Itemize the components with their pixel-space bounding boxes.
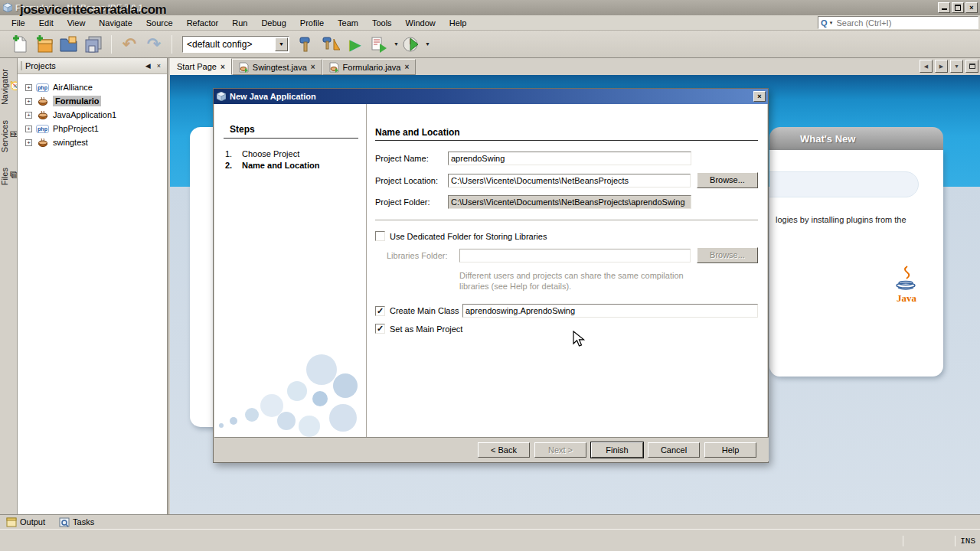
new-file-button[interactable] — [9, 34, 31, 55]
set-main-project-label: Set as Main Project — [390, 324, 462, 334]
new-project-button[interactable] — [34, 34, 55, 55]
menu-team[interactable]: Team — [331, 17, 365, 29]
tab-list-button[interactable]: ▼ — [950, 60, 963, 73]
run-button[interactable]: ▶ — [345, 34, 366, 55]
menu-profile[interactable]: Profile — [293, 17, 331, 29]
profile-icon — [402, 35, 420, 54]
menu-source[interactable]: Source — [139, 17, 180, 29]
cancel-button[interactable]: Cancel — [648, 442, 700, 458]
menu-edit[interactable]: Edit — [32, 17, 60, 29]
search-dropdown-icon[interactable]: ▼ — [829, 21, 834, 25]
plugin-text: logies by installing plugins from the — [776, 215, 906, 224]
close-tab-icon[interactable]: × — [404, 63, 409, 71]
open-project-button[interactable] — [58, 34, 80, 55]
expand-icon[interactable]: + — [25, 84, 32, 91]
output-tab[interactable]: Output — [6, 517, 45, 527]
tree-row-javaapplication1[interactable]: + JavaApplication1 — [18, 108, 167, 122]
menu-debug[interactable]: Debug — [254, 17, 292, 29]
menu-window[interactable]: Window — [399, 17, 443, 29]
projects-tree: + php AirAlliance + Formulario + JavaApp… — [18, 74, 167, 149]
libraries-hint-text: Different users and projects can share t… — [459, 270, 712, 292]
expand-icon[interactable]: + — [25, 112, 32, 119]
new-java-application-dialog: New Java Application × Steps 1. Choose P… — [213, 88, 769, 463]
expand-icon[interactable]: + — [25, 126, 32, 132]
editor-tab-bar: Start Page × Swingtest.java × Formulario… — [170, 58, 980, 75]
save-all-button[interactable] — [83, 34, 104, 55]
dialog-titlebar[interactable]: New Java Application — [214, 89, 768, 104]
close-panel-icon[interactable]: × — [154, 62, 164, 70]
create-main-class-checkbox[interactable]: ✓ — [375, 306, 385, 316]
tree-row-airalliance[interactable]: + php AirAlliance — [18, 80, 167, 94]
whats-new-pill — [769, 171, 919, 197]
dock-tab-services[interactable]: Services 🗄 — [0, 116, 18, 157]
tab-formulario-java[interactable]: Formulario.java × — [322, 59, 416, 75]
files-tab-label: Files — [0, 168, 9, 185]
libraries-folder-label: Libraries Folder: — [387, 251, 459, 260]
open-project-icon — [60, 36, 78, 53]
tasks-tab[interactable]: Tasks — [59, 517, 94, 527]
tab-swingtest-java[interactable]: Swingtest.java × — [232, 59, 322, 75]
debug-icon — [371, 36, 389, 53]
close-tab-icon[interactable]: × — [220, 63, 225, 71]
menu-run[interactable]: Run — [225, 17, 254, 29]
tree-row-swingtest[interactable]: + swingtest — [18, 135, 167, 149]
debug-button[interactable] — [369, 34, 390, 55]
restore-button[interactable] — [952, 2, 964, 13]
browse-libraries-button: Browse... — [697, 247, 758, 263]
expand-icon[interactable]: + — [25, 98, 32, 105]
maximize-editor-button[interactable] — [965, 60, 978, 73]
dedicated-folder-checkbox[interactable] — [375, 231, 385, 241]
tree-row-phpproject1[interactable]: + php PhpProject1 — [18, 122, 167, 135]
finish-button[interactable]: Finish — [591, 442, 643, 458]
dialog-close-button[interactable]: × — [753, 91, 766, 102]
tab-start-page[interactable]: Start Page × — [170, 58, 232, 75]
java-project-icon — [36, 110, 49, 120]
quick-search[interactable]: Q ▼ — [818, 16, 978, 29]
create-main-class-input[interactable]: aprendoswing.AprendoSwing — [462, 304, 758, 318]
libraries-folder-row: Libraries Folder: Browse... — [387, 247, 758, 263]
profile-dropdown-icon[interactable]: ▼ — [425, 41, 430, 47]
set-main-project-row: ✓ Set as Main Project — [375, 324, 758, 334]
back-button[interactable]: < Back — [478, 442, 530, 458]
build-button[interactable] — [296, 34, 317, 55]
tasks-icon — [59, 517, 70, 527]
project-location-input[interactable]: C:\Users\Vicente\Documents\NetBeansProje… — [448, 174, 691, 187]
profile-button[interactable] — [400, 34, 422, 55]
debug-dropdown-icon[interactable]: ▼ — [394, 41, 399, 47]
tasks-tab-label: Tasks — [73, 517, 94, 527]
steps-heading: Steps — [230, 124, 366, 135]
step-name-and-location: 2. Name and Location — [225, 161, 366, 170]
projects-panel-title: Projects — [21, 61, 142, 70]
redo-icon: ↷ — [147, 34, 161, 54]
tree-row-formulario[interactable]: + Formulario — [18, 94, 167, 108]
menu-help[interactable]: Help — [443, 17, 474, 29]
minimize-panel-icon[interactable]: ◀ — [142, 62, 154, 70]
clean-build-button[interactable] — [320, 34, 341, 55]
browse-location-button[interactable]: Browse... — [697, 172, 758, 188]
dock-tab-files[interactable]: Files 🗐 — [0, 163, 18, 190]
search-input[interactable] — [837, 18, 978, 28]
redo-button[interactable]: ↷ — [143, 34, 165, 55]
set-main-project-checkbox[interactable]: ✓ — [375, 324, 385, 334]
java-project-icon — [36, 96, 49, 106]
create-main-class-label: Create Main Class — [390, 306, 462, 315]
scroll-tabs-left-button[interactable]: ◀ — [920, 60, 933, 73]
config-select[interactable]: <default config> ▼ — [182, 36, 289, 53]
project-name-input[interactable]: aprendoSwing — [448, 152, 691, 165]
config-dropdown-icon[interactable]: ▼ — [275, 37, 288, 51]
minimize-button[interactable] — [938, 2, 950, 13]
menu-refactor[interactable]: Refactor — [180, 17, 226, 29]
expand-icon[interactable]: + — [25, 139, 32, 146]
undo-button[interactable]: ↶ — [119, 34, 140, 55]
help-button[interactable]: Help — [704, 442, 756, 458]
close-button[interactable]: × — [965, 2, 978, 13]
menu-view[interactable]: View — [60, 17, 93, 29]
menu-navigate[interactable]: Navigate — [92, 17, 139, 29]
app-icon — [3, 3, 12, 12]
wizard-steps-panel: Steps 1. Choose Project 2. Name and Loca… — [214, 104, 367, 439]
next-button: Next > — [534, 442, 586, 458]
close-tab-icon[interactable]: × — [311, 63, 315, 71]
scroll-tabs-right-button[interactable]: ▶ — [935, 60, 948, 73]
menu-file[interactable]: File — [5, 17, 32, 29]
menu-tools[interactable]: Tools — [365, 17, 399, 29]
